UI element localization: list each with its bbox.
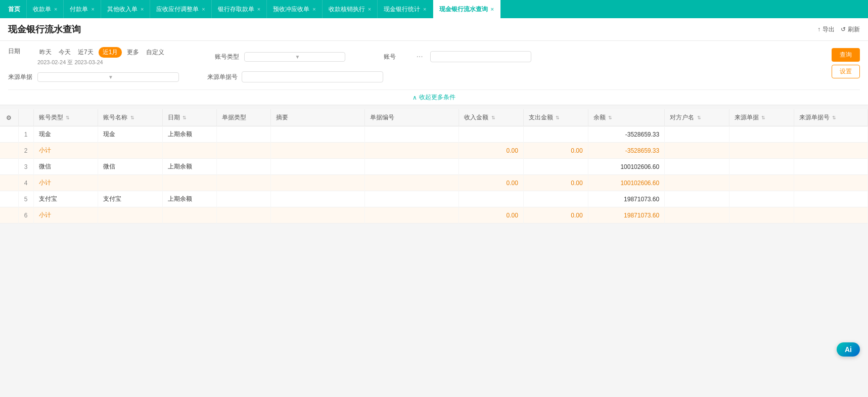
chevron-down-icon: ▼	[108, 74, 174, 80]
date-opt-more[interactable]: 更多	[125, 47, 141, 58]
account-type-label: 账号类型	[215, 53, 240, 61]
collapse-bar[interactable]: ∧ 收起更多条件	[8, 90, 860, 105]
close-icon[interactable]: ×	[368, 6, 371, 12]
table-cell: 4	[18, 175, 33, 191]
table-cell	[0, 175, 18, 191]
table-cell: 100102606.60	[588, 159, 665, 175]
close-icon[interactable]: ×	[141, 6, 144, 12]
table-row: 3微信微信上期余额100102606.60	[0, 159, 868, 175]
th-gear[interactable]: ⚙	[0, 109, 18, 126]
th-account-name[interactable]: 账号名称 ⇅	[98, 109, 163, 126]
table-cell	[665, 143, 729, 159]
table-cell	[665, 126, 729, 143]
table-cell: 0.00	[459, 143, 524, 159]
export-icon: ↑	[817, 26, 820, 33]
close-icon[interactable]: ×	[312, 6, 315, 12]
nav-tab-payments[interactable]: 付款单 ×	[64, 0, 101, 18]
table-cell	[365, 143, 459, 159]
table-cell	[729, 207, 794, 224]
table-cell: 0.00	[523, 207, 588, 224]
th-balance[interactable]: 余额 ⇅	[588, 109, 665, 126]
table-cell	[270, 207, 364, 224]
export-button[interactable]: ↑ 导出	[817, 25, 835, 34]
th-expense[interactable]: 支出金额 ⇅	[523, 109, 588, 126]
nav-tab-other-income[interactable]: 其他收入单 ×	[101, 0, 150, 18]
table-cell	[98, 175, 163, 191]
close-icon[interactable]: ×	[202, 6, 205, 12]
close-icon[interactable]: ×	[491, 6, 494, 12]
table-cell	[665, 175, 729, 191]
query-button[interactable]: 查询	[832, 48, 860, 62]
th-doc-no: 单据编号	[365, 109, 459, 126]
account-input[interactable]	[430, 51, 531, 62]
nav-tab-bank-deposits[interactable]: 银行存取款单 ×	[212, 0, 267, 18]
table-cell	[523, 191, 588, 207]
table-cell	[459, 126, 524, 143]
more-dots[interactable]: ···	[416, 52, 423, 61]
table-cell	[665, 159, 729, 175]
date-opt-1month[interactable]: 近1月	[99, 47, 122, 58]
close-icon[interactable]: ×	[54, 6, 57, 12]
filter-row-1: 日期 昨天 今天 近7天 近1月 更多 自定义 2023-02-24 至 202…	[8, 47, 824, 66]
table-cell	[794, 207, 867, 224]
date-filter-group: 日期 昨天 今天 近7天 近1月 更多 自定义 2023-02-24 至 202…	[8, 47, 166, 66]
table-cell	[270, 143, 364, 159]
th-source-doc[interactable]: 来源单据 ⇅	[729, 109, 794, 126]
date-opt-today[interactable]: 今天	[57, 47, 73, 58]
chevron-down-icon: ▼	[295, 54, 341, 60]
nav-tab-bank-stats[interactable]: 现金银行统计 ×	[378, 0, 433, 18]
th-summary: 摘要	[270, 109, 364, 126]
table-cell: 19871073.60	[588, 207, 665, 224]
refresh-button[interactable]: ↺ 刷新	[841, 25, 860, 34]
table-cell: 支付宝	[33, 191, 98, 207]
table-cell: 上期余额	[162, 159, 216, 175]
th-source-doc-no[interactable]: 来源单据号 ⇅	[794, 109, 867, 126]
table-cell: 支付宝	[98, 191, 163, 207]
close-icon[interactable]: ×	[91, 6, 94, 12]
close-icon[interactable]: ×	[257, 6, 260, 12]
table-cell	[665, 207, 729, 224]
nav-home[interactable]: 首页	[2, 0, 27, 18]
nav-tab-receipts[interactable]: 收款单 ×	[27, 0, 64, 18]
table-cell	[729, 175, 794, 191]
source-doc-no-input[interactable]	[242, 71, 383, 82]
nav-tab-adjustments[interactable]: 应收应付调整单 ×	[150, 0, 211, 18]
table-cell: 微信	[33, 159, 98, 175]
th-doc-type: 单据类型	[216, 109, 270, 126]
nav-tab-advance[interactable]: 预收冲应收单 ×	[267, 0, 322, 18]
table-cell: 0.00	[459, 175, 524, 191]
date-opt-7days[interactable]: 近7天	[76, 47, 96, 58]
table-cell	[794, 159, 867, 175]
table-row: 6小计0.000.0019871073.60	[0, 207, 868, 224]
nav-tab-write-off[interactable]: 收款核销执行 ×	[323, 0, 378, 18]
th-idx	[18, 109, 33, 126]
table-cell: 小计	[33, 207, 98, 224]
th-counterpart[interactable]: 对方户名 ⇅	[665, 109, 729, 126]
table-cell	[665, 191, 729, 207]
table-cell: 现金	[98, 126, 163, 143]
table-cell: 2	[18, 143, 33, 159]
table-cell	[0, 126, 18, 143]
table-header-row: ⚙ 账号类型 ⇅ 账号名称 ⇅ 日期 ⇅ 单据类型 摘要 单据编号 收入金额 ⇅…	[0, 109, 868, 126]
table-cell: -3528659.33	[588, 143, 665, 159]
table-cell: 0.00	[459, 207, 524, 224]
table-cell: 100102606.60	[588, 175, 665, 191]
table-cell	[270, 175, 364, 191]
th-account-type[interactable]: 账号类型 ⇅	[33, 109, 98, 126]
date-opt-custom[interactable]: 自定义	[144, 47, 166, 58]
account-label: 账号	[384, 53, 409, 61]
table-row: 2小计0.000.00-3528659.33	[0, 143, 868, 159]
table-cell	[216, 126, 270, 143]
table-cell: -3528659.33	[588, 126, 665, 143]
table-cell	[0, 143, 18, 159]
account-type-select[interactable]: ▼	[244, 52, 345, 62]
th-date[interactable]: 日期 ⇅	[162, 109, 216, 126]
th-income[interactable]: 收入金额 ⇅	[459, 109, 524, 126]
table-cell	[216, 143, 270, 159]
settings-button[interactable]: 设置	[832, 65, 860, 78]
source-doc-select[interactable]: ▼	[37, 72, 179, 82]
close-icon[interactable]: ×	[423, 6, 426, 12]
nav-tab-bank-flow[interactable]: 现金银行流水查询 ×	[433, 0, 500, 18]
table-row: 1现金现金上期余额-3528659.33	[0, 126, 868, 143]
date-opt-yesterday[interactable]: 昨天	[37, 47, 54, 58]
